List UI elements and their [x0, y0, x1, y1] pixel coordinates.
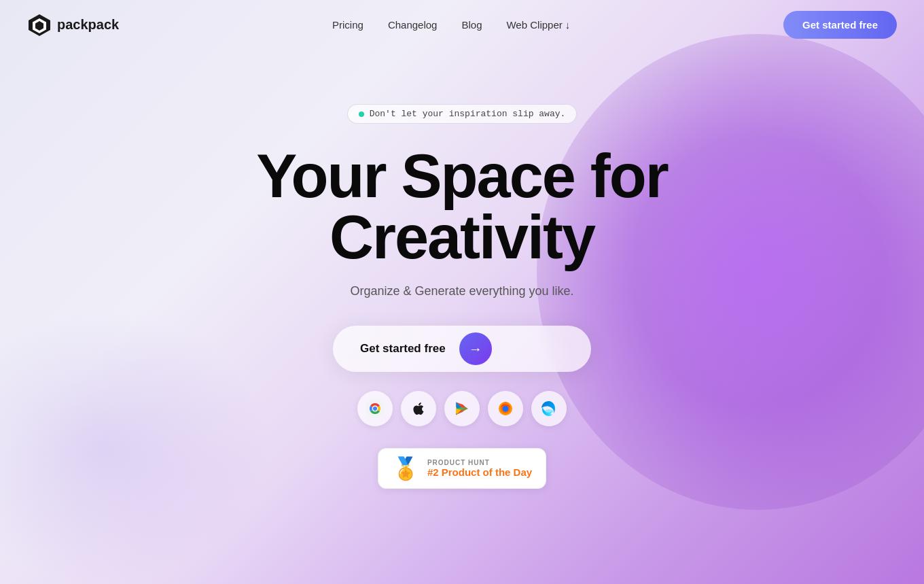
hero-cta-container: Get started free → — [333, 326, 591, 372]
nav-changelog[interactable]: Changelog — [388, 19, 438, 31]
svg-point-6 — [373, 407, 377, 411]
hero-cta-label: Get started free — [360, 342, 446, 356]
svg-point-9 — [503, 406, 509, 412]
logo-icon — [27, 13, 52, 37]
nav-web-clipper[interactable]: Web Clipper ↓ — [506, 19, 570, 31]
platform-icons — [357, 391, 567, 426]
brand-name: packpack — [57, 17, 119, 33]
nav-pricing[interactable]: Pricing — [332, 19, 363, 31]
ph-text: PRODUCT HUNT #2 Product of the Day — [427, 459, 532, 478]
product-hunt-badge[interactable]: 🏅 PRODUCT HUNT #2 Product of the Day — [378, 448, 546, 489]
google-play-icon[interactable] — [444, 391, 480, 426]
nav-blog[interactable]: Blog — [461, 19, 482, 31]
nav-links: Pricing Changelog Blog Web Clipper ↓ — [332, 19, 570, 31]
tagline-text: Don't let your inspiration slip away. — [370, 109, 566, 119]
chrome-icon[interactable] — [357, 391, 393, 426]
ph-label: PRODUCT HUNT — [427, 459, 490, 466]
medal-icon: 🏅 — [392, 456, 419, 481]
navbar: packpack Pricing Changelog Blog Web Clip… — [0, 0, 924, 50]
nav-cta-button[interactable]: Get started free — [783, 11, 897, 39]
apple-icon[interactable] — [401, 391, 436, 426]
hero-section: Don't let your inspiration slip away. Yo… — [0, 50, 924, 489]
svg-point-10 — [545, 409, 553, 413]
logo[interactable]: packpack — [27, 13, 119, 37]
chevron-down-icon: ↓ — [565, 19, 571, 31]
hero-cta-button[interactable]: → — [459, 332, 492, 365]
arrow-icon: → — [469, 341, 482, 357]
firefox-icon[interactable] — [488, 391, 523, 426]
ph-rank: #2 Product of the Day — [427, 466, 532, 478]
tagline-dot — [359, 111, 364, 117]
edge-icon[interactable] — [531, 391, 567, 426]
hero-subtitle: Organize & Generate everything you like. — [350, 284, 573, 298]
tagline-badge: Don't let your inspiration slip away. — [347, 104, 578, 124]
hero-title: Your Space for Creativity — [139, 145, 785, 268]
